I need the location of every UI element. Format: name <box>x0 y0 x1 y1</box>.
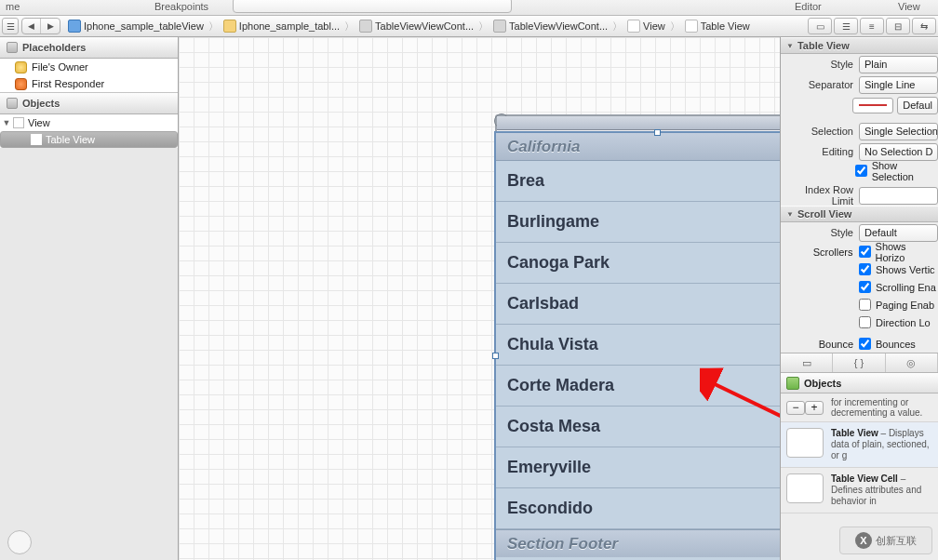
menu-breakpoints[interactable]: Breakpoints <box>154 1 208 12</box>
scroll-style-select[interactable]: Default <box>859 224 938 242</box>
item-desc: Table View Cell – Defines attributes and… <box>831 473 932 507</box>
table-cell[interactable]: Costa Mesa <box>496 407 780 447</box>
outline-view-row[interactable]: ▼View <box>0 114 178 131</box>
table-cell[interactable]: Corte Madera <box>496 366 780 407</box>
objects-header[interactable]: Objects <box>0 93 178 114</box>
library-header[interactable]: Objects <box>781 373 938 393</box>
status-bar <box>497 116 780 130</box>
item-desc: Table View – Displays data of plain, sec… <box>831 428 932 461</box>
stepper-plus-button[interactable]: + <box>805 401 824 415</box>
files-owner-item[interactable]: File's Owner <box>0 59 178 75</box>
quick-help-tab[interactable]: ☰ <box>834 18 858 34</box>
crumb-view[interactable]: View <box>623 16 669 37</box>
index-row-limit-input[interactable] <box>859 187 938 205</box>
header-file-icon <box>359 20 372 33</box>
resize-handle-left[interactable] <box>492 353 499 359</box>
menu-view[interactable]: View <box>898 1 920 12</box>
first-responder-item[interactable]: First Responder <box>0 75 178 92</box>
device-frame[interactable]: ✕ California Brea Burlingame Canoga Park… <box>495 114 780 560</box>
table-cell[interactable]: Chula Vista <box>496 325 780 366</box>
related-items-button[interactable]: ☰ <box>2 18 19 34</box>
default-color-select[interactable]: Defaul <box>897 97 938 114</box>
paging-enabled-checkbox[interactable] <box>859 299 871 311</box>
crumb-tableview[interactable]: Table View <box>681 16 754 37</box>
scrolling-enabled-checkbox[interactable] <box>859 281 871 293</box>
table-cell[interactable]: Carlsbad <box>496 284 780 325</box>
interface-builder-canvas[interactable]: ✕ California Brea Burlingame Canoga Park… <box>179 37 780 560</box>
library-file-tab[interactable]: ▭ <box>781 353 833 372</box>
crumb-folder[interactable]: Iphone_sample_tabl... <box>220 16 343 37</box>
library-item-stepper[interactable]: −+ for incrementing or decrementing a va… <box>781 393 938 422</box>
item-label: First Responder <box>32 78 104 89</box>
separator-select[interactable]: Single Line <box>859 76 938 94</box>
table-cell[interactable]: Brea <box>496 161 780 202</box>
watermark-text: 创新互联 <box>876 534 917 548</box>
row-label: View <box>28 117 50 128</box>
scroll-view-section-header[interactable]: ▼Scroll View <box>781 206 938 222</box>
responder-icon <box>15 78 27 90</box>
jump-bar-search[interactable] <box>233 0 512 13</box>
crumb-label: Iphone_sample_tableView <box>84 20 204 32</box>
crumb-label: View <box>643 20 665 32</box>
attributes-inspector-tab[interactable]: ⊟ <box>886 18 910 34</box>
crumb-project[interactable]: Iphone_sample_tableView <box>64 16 208 37</box>
editing-select[interactable]: No Selection D <box>859 143 938 161</box>
crumb-label: TableViewViewCont... <box>375 20 474 32</box>
checkbox-label: Show Selection <box>872 160 938 182</box>
table-cell[interactable]: Emeryville <box>496 447 780 488</box>
disclosure-triangle-icon[interactable]: ▼ <box>786 42 794 50</box>
checkbox-label: Bounces <box>876 339 916 350</box>
stepper-minus-button[interactable]: − <box>786 401 805 415</box>
checkbox-label: Direction Lo <box>876 317 931 328</box>
checkbox-label: Shows Vertic <box>876 264 935 275</box>
folder-icon <box>223 20 236 33</box>
nav-forward-button[interactable]: ▶ <box>41 19 60 33</box>
item-title: Table View <box>831 428 878 438</box>
resize-handle-top[interactable] <box>654 129 661 136</box>
placeholders-header[interactable]: Placeholders <box>0 37 178 59</box>
selection-select[interactable]: Single Selection <box>859 123 938 140</box>
row-label: Table View <box>46 134 95 145</box>
placeholders-label: Placeholders <box>22 42 86 53</box>
view-icon <box>685 20 698 33</box>
library-tabstrip: ▭ { } ◎ <box>781 353 938 373</box>
crumb-label: TableViewViewCont... <box>509 20 608 32</box>
table-view-section-header[interactable]: ▼Table View <box>781 37 938 54</box>
item-text: Defines attributes and behavior in <box>831 485 921 506</box>
style-select[interactable]: Plain <box>859 56 938 73</box>
table-cell[interactable]: Burlingame <box>496 202 780 243</box>
shows-vertical-checkbox[interactable] <box>859 263 871 275</box>
size-inspector-tab[interactable]: ⇆ <box>912 18 936 34</box>
section-footer: Section Footer <box>496 529 780 557</box>
disclosure-triangle-icon[interactable]: ▼ <box>0 118 13 127</box>
selection-field: SelectionSingle Selection <box>781 121 938 141</box>
table-cell[interactable]: Escondido <box>496 488 780 529</box>
outline-tableview-row[interactable]: Table View <box>0 131 178 148</box>
view-icon <box>627 20 640 33</box>
show-selection-row: Show Selection <box>781 162 938 180</box>
identity-inspector-tab[interactable]: ≡ <box>860 18 884 34</box>
crumb-file-h2[interactable]: TableViewViewCont... <box>489 16 611 37</box>
library-item-table-view-cell[interactable]: Table View Cell – Defines attributes and… <box>781 468 938 513</box>
color-swatch[interactable] <box>852 98 893 113</box>
table-view[interactable]: California Brea Burlingame Canoga Park C… <box>494 131 780 560</box>
crumb-file-h[interactable]: TableViewViewCont... <box>355 16 477 37</box>
show-selection-checkbox[interactable] <box>855 165 867 177</box>
index-row-limit-field: Index Row Limit <box>781 185 938 206</box>
nav-back-button[interactable]: ◀ <box>22 19 41 33</box>
library-code-tab[interactable]: { } <box>833 353 885 372</box>
field-label: Style <box>784 227 859 238</box>
file-inspector-tab[interactable]: ▭ <box>808 18 832 34</box>
shows-horizontal-checkbox[interactable] <box>859 246 871 258</box>
menu-editor[interactable]: Editor <box>795 1 822 12</box>
library-title: Objects <box>804 378 841 389</box>
separator-field: SeparatorSingle Line <box>781 74 938 95</box>
library-item-table-view[interactable]: Table View – Displays data of plain, sec… <box>781 422 938 468</box>
direction-lock-checkbox[interactable] <box>859 316 871 328</box>
recent-files-icon[interactable] <box>7 530 32 554</box>
project-icon <box>68 20 81 33</box>
disclosure-triangle-icon[interactable]: ▼ <box>786 210 794 219</box>
bounces-checkbox[interactable] <box>859 338 871 350</box>
table-cell[interactable]: Canoga Park <box>496 243 780 284</box>
library-object-tab[interactable]: ◎ <box>886 353 938 372</box>
